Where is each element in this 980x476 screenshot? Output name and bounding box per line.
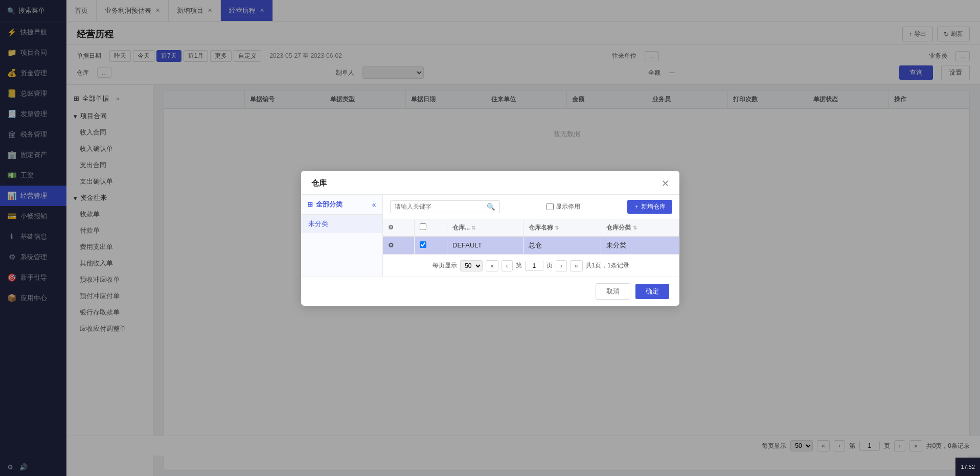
modal-page-input[interactable] [525,261,543,271]
modal-footer: 取消 确定 [301,277,679,306]
modal-overlay: 仓库 ✕ ⊞ 全部分类 « 未分类 [0,0,980,476]
modal-table-header: ⚙ 仓库... ⇅ 仓库名称 [383,219,679,237]
grid-icon2: ⊞ [307,200,313,208]
add-warehouse-button[interactable]: ＋ 新增仓库 [627,200,672,214]
select-all-checkbox[interactable] [420,223,426,230]
modal-table: ⚙ 仓库... ⇅ 仓库名称 [383,219,679,255]
all-categories-label[interactable]: ⊞ 全部分类 [307,200,343,209]
row-settings-icon: ⚙ [388,241,394,249]
th-name: 仓库名称 ⇅ [523,219,601,237]
category-item-uncategorized[interactable]: 未分类 [301,215,382,233]
modal-header: 仓库 ✕ [301,171,679,195]
confirm-button[interactable]: 确定 [635,284,669,299]
td-category: 未分类 [601,236,679,254]
modal-next-page-button[interactable]: › [556,260,567,271]
category-collapse-button[interactable]: « [372,200,376,209]
modal-prev-page-button[interactable]: ‹ [502,260,513,271]
tray-time: 17:52 [961,464,975,470]
modal-body: ⊞ 全部分类 « 未分类 🔍 [301,195,679,277]
modal-first-page-button[interactable]: « [486,260,498,271]
table-toolbar: 🔍 显示停用 ＋ 新增仓库 [383,195,679,219]
modal-per-page-select[interactable]: 50 [460,260,483,271]
show-disabled-checkbox[interactable] [546,203,554,210]
show-disabled-group: 显示停用 [546,202,580,211]
modal-page-label: 第 [516,261,522,270]
sort-code-icon[interactable]: ⇅ [471,225,475,231]
th-checkbox [414,219,447,237]
modal-last-page-button[interactable]: » [570,260,583,271]
modal-total-records: 共1页，1条记录 [586,261,629,270]
sort-name-icon[interactable]: ⇅ [555,225,559,231]
th-category: 仓库分类 ⇅ [601,219,679,237]
cancel-button[interactable]: 取消 [596,283,630,300]
warehouse-modal: 仓库 ✕ ⊞ 全部分类 « 未分类 [301,171,679,306]
modal-close-button[interactable]: ✕ [662,178,669,189]
td-settings: ⚙ [383,236,415,254]
td-code: DEFAULT [447,236,523,254]
search-button[interactable]: 🔍 [483,201,499,213]
search-input[interactable] [391,201,483,212]
category-header: ⊞ 全部分类 « [301,195,382,215]
sort-category-icon[interactable]: ⇅ [633,225,637,231]
modal-per-page-label: 每页显示 [432,261,457,270]
system-tray: 17:52 [955,458,980,476]
category-panel: ⊞ 全部分类 « 未分类 [301,195,383,277]
modal-title: 仓库 [311,178,327,188]
td-name: 总仓 [523,236,601,254]
table-panel: 🔍 显示停用 ＋ 新增仓库 [383,195,679,277]
show-disabled-label: 显示停用 [556,202,580,211]
modal-pagination: 每页显示 50 « ‹ 第 页 › » 共1页，1条记录 [383,255,679,277]
modal-table-body: ⚙ DEFAULT 总仓 未分类 [383,236,679,254]
td-checkbox [414,236,447,254]
table-row[interactable]: ⚙ DEFAULT 总仓 未分类 [383,236,679,254]
search-box: 🔍 [390,200,500,213]
modal-table-wrap: ⚙ 仓库... ⇅ 仓库名称 [383,219,679,255]
th-settings: ⚙ [383,219,415,237]
row-checkbox[interactable] [420,241,426,248]
modal-page-suffix: 页 [546,261,553,270]
th-code: 仓库... ⇅ [447,219,523,237]
